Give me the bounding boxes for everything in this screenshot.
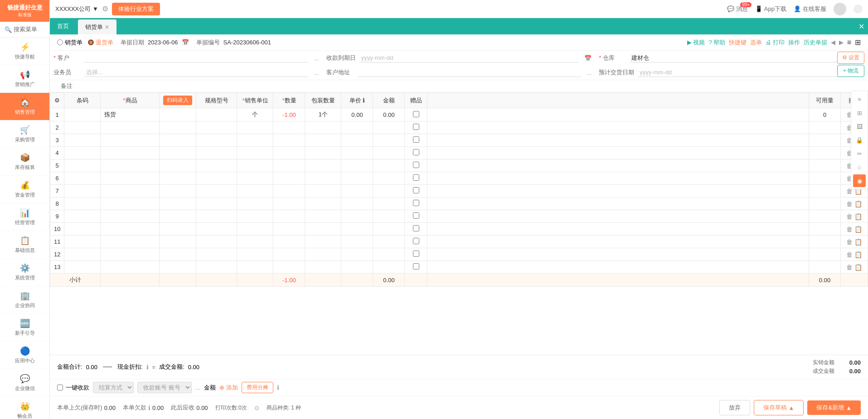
- cell-spec[interactable]: [196, 236, 237, 248]
- cell-barcode[interactable]: [64, 248, 101, 261]
- gift-checkbox[interactable]: [413, 238, 419, 244]
- company-selector[interactable]: XXXXXX公司 ▼: [55, 5, 98, 13]
- right-tool-orange[interactable]: ◉: [853, 174, 866, 187]
- operate-btn[interactable]: 操作: [788, 39, 800, 47]
- cell-product[interactable]: [101, 185, 160, 197]
- avatar-extra[interactable]: [853, 5, 863, 14]
- cell-gift[interactable]: [405, 236, 427, 248]
- cell-barcode[interactable]: [64, 134, 101, 147]
- cell-pkg-qty[interactable]: [305, 147, 341, 159]
- gift-checkbox[interactable]: [413, 136, 419, 143]
- trial-button[interactable]: 体验行业方案: [112, 3, 160, 15]
- delete-row-button[interactable]: 🗑: [846, 200, 853, 207]
- cell-gift[interactable]: [405, 210, 427, 223]
- cell-amount[interactable]: [373, 159, 405, 172]
- cell-barcode[interactable]: [64, 108, 101, 121]
- sidebar-item-inventory[interactable]: 📦 库存核算: [0, 148, 49, 176]
- gift-checkbox[interactable]: [413, 263, 419, 270]
- discount-info-icon[interactable]: ℹ: [146, 364, 149, 371]
- cell-amount[interactable]: [373, 121, 405, 134]
- app-download-button[interactable]: 📱 App下载: [755, 5, 786, 13]
- sidebar-item-search[interactable]: 🔍 搜索菜单: [0, 22, 49, 38]
- cell-unit[interactable]: [237, 147, 273, 159]
- cell-spec[interactable]: [196, 147, 237, 159]
- cell-pkg-qty[interactable]: [305, 121, 341, 134]
- cell-qty[interactable]: [273, 159, 305, 172]
- barcode-input[interactable]: [68, 238, 97, 245]
- gift-checkbox[interactable]: [413, 162, 419, 168]
- shortcut-btn[interactable]: 快捷键: [729, 39, 747, 47]
- cell-qty[interactable]: [273, 236, 305, 248]
- cell-unit[interactable]: [237, 121, 273, 134]
- radio-sale-input[interactable]: [57, 39, 63, 45]
- cell-price[interactable]: [341, 134, 373, 147]
- delete-row-button[interactable]: 🗑: [846, 213, 853, 220]
- copy-row-button[interactable]: 📋: [854, 264, 862, 271]
- cell-unit[interactable]: [237, 223, 273, 236]
- fee-split-button[interactable]: 费用分摊: [242, 382, 273, 393]
- sidebar-item-basic[interactable]: 📋 基础信息: [0, 231, 49, 259]
- salesperson-input[interactable]: [84, 68, 309, 77]
- right-tool-image[interactable]: 🖼: [853, 120, 866, 133]
- table-container[interactable]: ⚙ 条码 *商品 扫码录入 规格型号 *销售单位 *数量 包装数量 单价 ℹ 金…: [50, 92, 868, 355]
- cell-gift[interactable]: [405, 223, 427, 236]
- copy-row-button[interactable]: 📋: [854, 200, 862, 207]
- product-types-icon[interactable]: ⊙: [254, 405, 259, 411]
- copy-row-button[interactable]: 📋: [854, 213, 862, 220]
- cell-product[interactable]: [101, 134, 160, 147]
- tab-home[interactable]: 首页: [50, 19, 76, 34]
- radio-sale[interactable]: 销货单: [57, 39, 82, 47]
- radio-return-input[interactable]: [88, 39, 94, 45]
- gift-checkbox[interactable]: [413, 124, 419, 130]
- cell-unit[interactable]: [237, 236, 273, 248]
- barcode-input[interactable]: [68, 162, 97, 169]
- cell-barcode[interactable]: [64, 236, 101, 248]
- customer-address-input[interactable]: [357, 68, 582, 77]
- cell-barcode[interactable]: [64, 261, 101, 274]
- cell-pkg-qty[interactable]: [305, 236, 341, 248]
- delete-row-button[interactable]: 🗑: [846, 226, 853, 233]
- cell-product[interactable]: [101, 159, 160, 172]
- cell-spec[interactable]: [196, 159, 237, 172]
- cell-amount[interactable]: [373, 223, 405, 236]
- cell-amount[interactable]: [373, 236, 405, 248]
- gift-checkbox[interactable]: [413, 250, 419, 257]
- cell-qty[interactable]: [273, 185, 305, 197]
- sidebar-item-appstore[interactable]: 🔵 应用中心: [0, 342, 49, 369]
- cell-unit[interactable]: [237, 172, 273, 185]
- cell-unit[interactable]: [237, 185, 273, 197]
- cell-unit[interactable]: [237, 261, 273, 274]
- cell-product[interactable]: 拣货: [101, 108, 160, 121]
- barcode-input[interactable]: [68, 264, 97, 270]
- copy-row-button[interactable]: 📋: [854, 251, 862, 258]
- add-payment-button[interactable]: ⊕ 添加: [219, 383, 238, 392]
- barcode-input[interactable]: [68, 175, 97, 182]
- right-tool-edit[interactable]: ✏: [853, 147, 866, 160]
- cell-barcode[interactable]: [64, 197, 101, 210]
- gift-checkbox[interactable]: [413, 187, 419, 193]
- cell-amount[interactable]: 0.00: [373, 108, 405, 121]
- cell-gift[interactable]: [405, 134, 427, 147]
- cell-gift[interactable]: [405, 159, 427, 172]
- barcode-input[interactable]: [68, 188, 97, 194]
- cell-gift[interactable]: [405, 147, 427, 159]
- copy-row-button[interactable]: 📋: [854, 238, 862, 246]
- scan-btn[interactable]: 扫码录入: [163, 96, 192, 105]
- save-draft-button[interactable]: 保存草稿 ▲: [754, 400, 804, 415]
- logistics-button[interactable]: + 物流: [837, 65, 864, 77]
- cell-spec[interactable]: [196, 172, 237, 185]
- cell-pkg-qty[interactable]: [305, 172, 341, 185]
- cell-unit[interactable]: [237, 197, 273, 210]
- cell-spec[interactable]: [196, 134, 237, 147]
- payment-method-select[interactable]: 结算方式: [93, 382, 134, 393]
- cell-gift[interactable]: [405, 197, 427, 210]
- warehouse-input[interactable]: [630, 53, 854, 63]
- discard-button[interactable]: 放弃: [719, 400, 750, 415]
- cell-product[interactable]: [101, 147, 160, 159]
- cell-pkg-qty[interactable]: [305, 210, 341, 223]
- cell-product[interactable]: [101, 261, 160, 274]
- cell-qty[interactable]: [273, 223, 305, 236]
- sidebar-item-quick-nav[interactable]: ⚡ 快捷导航: [0, 38, 49, 65]
- barcode-input[interactable]: [68, 226, 97, 232]
- sidebar-item-guide[interactable]: 🆕 新手引导: [0, 314, 49, 342]
